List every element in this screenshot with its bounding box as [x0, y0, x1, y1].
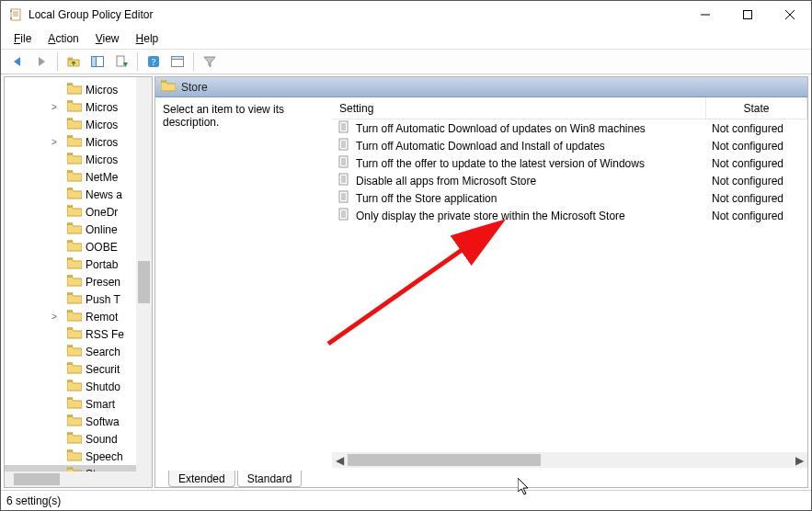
settings-list: Setting State Turn off Automatic Downloa… [332, 97, 807, 468]
maximize-button[interactable] [726, 1, 769, 28]
scrollbar-thumb[interactable] [348, 454, 541, 466]
menu-file[interactable]: File [6, 30, 39, 47]
policy-icon [337, 190, 350, 206]
folder-icon [67, 135, 82, 150]
tree-item[interactable]: OOBE [5, 238, 136, 255]
expand-icon[interactable]: > [49, 102, 60, 112]
list-body[interactable]: Turn off Automatic Download of updates o… [332, 119, 807, 468]
toolbar-separator [137, 52, 138, 71]
properties-button[interactable] [166, 51, 189, 73]
menu-action[interactable]: Action [40, 30, 86, 47]
close-button[interactable] [769, 1, 811, 28]
setting-text: Turn off the offer to update to the late… [356, 157, 645, 170]
list-row[interactable]: Turn off Automatic Download and Install … [332, 137, 807, 154]
tree-item[interactable]: Store [5, 465, 136, 471]
folder-icon [67, 205, 82, 220]
tree-viewport[interactable]: Micros>MicrosMicros>MicrosMicrosNetMeNew… [5, 77, 136, 471]
tree-item[interactable]: >Remot [5, 308, 136, 325]
list-horizontal-scrollbar[interactable]: ◀ ▶ [332, 452, 807, 468]
status-text: 6 setting(s) [6, 494, 61, 507]
tree-item[interactable]: >Micros [5, 133, 136, 151]
expand-icon[interactable]: > [49, 312, 60, 322]
scrollbar-thumb[interactable] [138, 261, 150, 303]
export-list-button[interactable] [110, 51, 132, 73]
folder-icon [67, 292, 82, 307]
tree-item[interactable]: Micros [5, 81, 136, 98]
tree-item[interactable]: Search [5, 343, 136, 360]
folder-icon [67, 240, 82, 255]
tree-item[interactable]: RSS Fe [5, 325, 136, 343]
folder-icon [67, 222, 82, 237]
main-area: Micros>MicrosMicros>MicrosMicrosNetMeNew… [1, 74, 811, 490]
svg-point-5 [10, 17, 12, 19]
policy-icon [337, 155, 350, 171]
folder-icon [67, 100, 82, 115]
minimize-button[interactable] [684, 1, 726, 28]
tree-horizontal-scrollbar[interactable] [5, 471, 136, 487]
window-controls [684, 1, 811, 28]
tab-standard[interactable]: Standard [237, 471, 303, 487]
svg-marker-10 [14, 57, 20, 66]
scrollbar-track[interactable] [348, 452, 792, 468]
folder-icon [67, 118, 82, 132]
tree-item[interactable]: Portab [5, 255, 136, 273]
forward-button[interactable] [30, 51, 52, 73]
tree-item[interactable]: Micros [5, 116, 136, 133]
menu-help[interactable]: Help [129, 30, 166, 47]
tree-item[interactable]: NetMe [5, 168, 136, 186]
tree-item[interactable]: Micros [5, 151, 136, 168]
tree-item[interactable]: Online [5, 221, 136, 238]
menu-view[interactable]: View [88, 30, 127, 47]
up-button[interactable] [63, 51, 85, 73]
cell-setting: Disable all apps from Microsoft Store [332, 173, 706, 188]
tree-item[interactable]: Push T [5, 290, 136, 308]
list-row[interactable]: Turn off the Store applicationNot config… [332, 189, 807, 207]
expand-icon[interactable]: > [49, 137, 60, 147]
tree-item[interactable]: News a [5, 186, 136, 203]
cell-state: Not configured [706, 122, 807, 135]
tree-item[interactable]: OneDr [5, 203, 136, 221]
scroll-right-button[interactable]: ▶ [792, 452, 807, 468]
tree-item-label: NetMe [86, 171, 118, 184]
filter-button[interactable] [199, 51, 221, 73]
tree-item[interactable]: Smart [5, 395, 136, 413]
tree-item[interactable]: Presen [5, 273, 136, 290]
node-title: Store [181, 81, 208, 94]
tree-item-label: Smart [86, 398, 115, 411]
tab-extended[interactable]: Extended [168, 471, 235, 487]
list-row[interactable]: Only display the private store within th… [332, 207, 807, 224]
toolbar-separator [193, 52, 194, 71]
scrollbar-thumb[interactable] [14, 473, 60, 485]
tree-item[interactable]: Softwa [5, 413, 136, 430]
tree-item[interactable]: Securit [5, 360, 136, 378]
svg-rect-19 [172, 57, 184, 60]
tree-item[interactable]: Sound [5, 430, 136, 448]
column-header-state[interactable]: State [706, 97, 807, 119]
tree-item-label: News a [86, 188, 122, 201]
toolbar: ? [1, 49, 811, 74]
menubar: File Action View Help [1, 28, 811, 49]
folder-icon [67, 187, 82, 202]
tree-vertical-scrollbar[interactable] [136, 77, 152, 471]
cell-state: Not configured [706, 210, 807, 222]
list-row[interactable]: Turn off the offer to update to the late… [332, 154, 807, 172]
back-button[interactable] [6, 51, 29, 73]
tree-item-label: Remot [86, 311, 118, 324]
cell-setting: Turn off Automatic Download and Install … [332, 138, 706, 153]
tree-item-label: RSS Fe [86, 328, 124, 341]
help-button[interactable]: ? [143, 51, 165, 73]
list-row[interactable]: Turn off Automatic Download of updates o… [332, 119, 807, 137]
column-header-setting[interactable]: Setting [332, 97, 706, 119]
tree-item[interactable]: >Micros [5, 98, 136, 116]
scroll-left-button[interactable]: ◀ [332, 452, 348, 468]
show-hide-tree-button[interactable] [86, 51, 109, 73]
tree-item[interactable]: Speech [5, 448, 136, 465]
svg-marker-11 [39, 57, 45, 66]
tree-item[interactable]: Shutdo [5, 378, 136, 395]
folder-icon [67, 310, 82, 324]
list-row[interactable]: Disable all apps from Microsoft StoreNot… [332, 172, 807, 189]
svg-rect-26 [339, 139, 348, 150]
folder-icon [67, 380, 82, 394]
list-header: Setting State [332, 97, 807, 119]
tree-item-label: Shutdo [86, 380, 120, 393]
